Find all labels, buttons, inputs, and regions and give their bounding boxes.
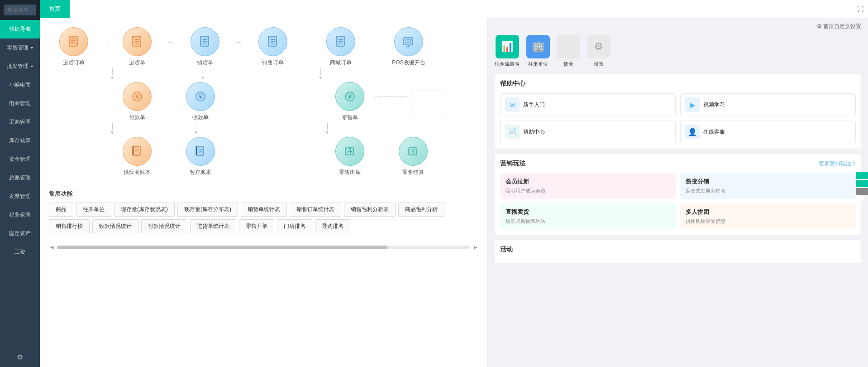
scrollbar-area: ◄ ►	[40, 240, 487, 254]
func-button[interactable]: 现存量(库存状况表)	[114, 203, 175, 217]
svg-text:¥: ¥	[198, 93, 202, 100]
help-item-label: 视频学习	[703, 101, 725, 109]
sidebar-item-general-ledger[interactable]: 总账管理	[0, 169, 40, 187]
quick-icon-item[interactable]: ⚙设置	[587, 35, 610, 68]
v-conn-sales: ▼	[162, 68, 243, 80]
help-item-icon: ▶	[685, 97, 700, 112]
quick-icon-box: 📊	[496, 35, 519, 58]
func-button[interactable]: 销售排行榜	[49, 219, 90, 233]
svg-point-40	[349, 148, 351, 150]
quick-icon-item[interactable]: 暂无	[557, 35, 580, 68]
help-item[interactable]: 👤在线客服	[680, 121, 856, 143]
left-panel: 进货订单 →	[40, 18, 488, 367]
func-button[interactable]: 进货单统计表	[190, 219, 236, 233]
func-button[interactable]: 商品	[49, 203, 73, 217]
node-purchase-slip[interactable]: 进货单	[112, 27, 162, 67]
flow-row-3: 供应商账本	[49, 137, 478, 176]
node-supplier-book[interactable]: 供应商账本	[112, 137, 162, 176]
sidebar-item-purchase[interactable]: 采购管理	[0, 113, 40, 131]
marketing-header: 营销玩法 更多营销玩法 >	[500, 159, 856, 168]
node-pos[interactable]: POS收银开台	[384, 27, 434, 67]
more-marketing-link[interactable]: 更多营销玩法 >	[819, 160, 856, 168]
scroll-track[interactable]	[57, 246, 470, 249]
node-retail-settle[interactable]: ¥ 零售结算	[388, 137, 438, 176]
float-button[interactable]: 服务社区	[856, 180, 868, 187]
marketing-title: 营销玩法	[500, 159, 525, 168]
quick-icon-item[interactable]: 📊现金流量表	[495, 35, 520, 68]
func-button[interactable]: 门店排名	[277, 219, 312, 233]
func-button[interactable]: 零售开单	[239, 219, 274, 233]
help-center-section: 帮助中心 ✉新手入门▶视频学习📄帮助中心👤在线客服	[495, 74, 861, 149]
marketing-card-title: 会员拉新	[506, 178, 670, 186]
func-button[interactable]: 销售毛利分析表	[344, 203, 396, 217]
node-sales-slip[interactable]: 销货单	[180, 27, 230, 67]
spacer-2	[366, 42, 384, 52]
purchase-slip-label: 进货单	[129, 59, 145, 67]
sidebar-item-salary[interactable]: 工资	[0, 243, 40, 261]
node-payment[interactable]: ¥ 付款单	[112, 82, 162, 121]
svg-text:¥: ¥	[411, 148, 415, 155]
sidebar-item-ecommerce-small[interactable]: 小畅电商	[0, 76, 40, 94]
func-button[interactable]: 导购排名	[315, 219, 350, 233]
node-sales-order[interactable]: 销售订单	[248, 27, 298, 67]
sidebar-item-fixed-assets[interactable]: 固定资产	[0, 224, 40, 243]
sidebar-item-tax[interactable]: 税务管理	[0, 206, 40, 224]
chevron-down-icon: ▾	[31, 45, 33, 50]
func-button[interactable]: 往来单位	[76, 203, 111, 217]
func-button[interactable]: 商品毛利分析	[398, 203, 444, 217]
marketing-card[interactable]: 会员拉新吸引用户成为会员	[500, 173, 676, 199]
customize-settings[interactable]: ⚙ 首页自定义设置	[495, 23, 861, 30]
node-retail-out[interactable]: 零售出库	[325, 137, 375, 176]
scroll-thumb[interactable]	[57, 246, 388, 249]
func-button[interactable]: 销货单统计表	[241, 203, 287, 217]
marketing-card-desc: 裂变式发展分销商	[686, 188, 850, 194]
quick-icon-item[interactable]: 🏢往来单位	[526, 35, 550, 68]
fullscreen-button[interactable]: ⛶	[857, 5, 863, 13]
help-item[interactable]: ▶视频学习	[680, 93, 856, 116]
help-item-label: 帮助中心	[523, 128, 545, 136]
sidebar-bottom: ⚙	[0, 348, 40, 367]
sidebar-item-finance[interactable]: 资金管理	[0, 150, 40, 169]
payment-icon: ¥	[123, 82, 152, 111]
sidebar-item-inventory[interactable]: 库存核算	[0, 131, 40, 150]
func-button[interactable]: 付款情况统计	[141, 219, 187, 233]
sidebar-item-wholesale[interactable]: 批发管理 ▾	[0, 57, 40, 76]
sidebar-item-ecommerce-mgmt[interactable]: 电商管理	[0, 94, 40, 113]
scroll-left-button[interactable]: ◄	[49, 244, 55, 251]
settings-icon[interactable]: ⚙	[0, 348, 40, 367]
sidebar-item-retail[interactable]: 零售管理 ▾	[0, 39, 40, 57]
marketing-card[interactable]: 裂变分销裂变式发展分销商	[680, 173, 856, 199]
svg-text:¥: ¥	[348, 93, 352, 100]
help-item-icon: ✉	[505, 97, 520, 112]
help-item[interactable]: 📄帮助中心	[500, 121, 676, 143]
flow-row-2: ¥ 付款单 ¥	[49, 82, 478, 121]
marketing-card[interactable]: 直播卖货场景式购物新玩法	[500, 203, 676, 229]
func-button[interactable]: 收款情况统计	[92, 219, 138, 233]
node-mall-order[interactable]: 商城订单	[316, 27, 366, 67]
node-purchase-order[interactable]: 进货订单	[49, 27, 99, 67]
retail-settle-icon: ¥	[399, 137, 428, 166]
v-conn-receipt: ▼	[162, 123, 230, 135]
search-input[interactable]	[4, 5, 36, 15]
node-receipt[interactable]: ¥ 收款单	[176, 82, 225, 121]
purchase-slip-icon	[123, 27, 152, 56]
quick-icon-label: 往来单位	[528, 61, 548, 68]
float-button[interactable]: 客服热线	[856, 172, 868, 179]
marketing-card[interactable]: 多人拼团拼团购物享受优惠	[680, 203, 856, 229]
float-button[interactable]: 桌面快捷	[856, 188, 868, 195]
sidebar-item-invoice[interactable]: 发票管理	[0, 187, 40, 206]
node-retail-slip[interactable]: ¥ 零售单	[325, 82, 375, 121]
pos-icon	[394, 27, 423, 56]
gear-icon: ⚙	[817, 23, 822, 29]
scroll-right-button[interactable]: ►	[472, 244, 478, 251]
sidebar-item-quick-nav[interactable]: 快捷导航	[0, 20, 40, 39]
tab-home[interactable]: 首页	[40, 0, 70, 18]
func-button[interactable]: 销售订单统计表	[290, 203, 341, 217]
marketing-card-title: 裂变分销	[686, 178, 850, 186]
marketing-card-desc: 吸引用户成为会员	[506, 188, 670, 194]
func-button[interactable]: 现存量(库存分布表)	[177, 203, 238, 217]
flow-diagram: 进货订单 →	[40, 18, 487, 185]
node-customer-book[interactable]: 客户账本	[176, 137, 225, 176]
help-item[interactable]: ✉新手入门	[500, 93, 676, 116]
dash-arrow-left-1: ←	[162, 38, 180, 56]
